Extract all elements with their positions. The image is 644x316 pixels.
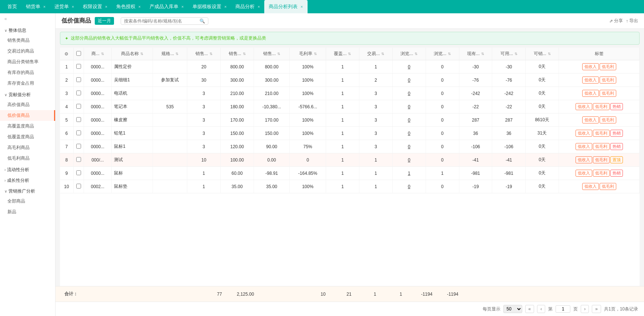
sidebar-item-low-margin[interactable]: 低毛利商品 [0,153,55,164]
browse1-link[interactable]: 0 [408,104,410,109]
th-sales-avg[interactable]: 销售...⇅ [254,48,290,60]
nav-role[interactable]: 角色授权 × [112,0,145,13]
nav-close-goods-list[interactable]: × [301,4,303,9]
browse1-link[interactable]: 0 [408,184,410,189]
row-checkbox[interactable] [76,64,81,69]
row-checkbox-cell[interactable] [73,180,84,193]
sidebar-item-high-margin[interactable]: 高毛利商品 [0,142,55,153]
row-checkbox[interactable] [76,184,81,188]
row-checkbox[interactable] [76,91,81,95]
browse1-link[interactable]: 1 [408,171,410,176]
sidebar-item-stocked-goods[interactable]: 有库存的商品 [0,67,55,78]
nav-close-sales[interactable]: × [43,4,46,9]
sidebar-item-high-value[interactable]: 高价值商品 [0,99,55,110]
th-settings[interactable]: ⚙ [60,48,73,60]
sidebar-item-category-rate[interactable]: 商品分类销售率 [0,57,55,67]
sidebar-item-all-goods[interactable]: 全部商品 [0,196,55,207]
tag-热销: 热销 [610,170,623,177]
last-page-btn[interactable]: » [592,305,601,313]
sidebar-item-low-value[interactable]: 低价值商品 [0,110,55,121]
row-checkbox-cell[interactable] [73,87,84,100]
sidebar-item-new-goods[interactable]: 新品 [0,207,55,217]
th-spec[interactable]: 规格...⇅ [153,48,187,60]
sidebar-item-inventory-funds[interactable]: 库存资金占用 [0,78,55,89]
prev-page-btn[interactable]: ‹ [537,305,545,313]
row-checkbox[interactable] [76,77,81,82]
row-checkbox[interactable] [76,170,81,175]
row-checkbox-cell[interactable] [73,167,84,180]
first-page-btn[interactable]: « [525,305,534,313]
sidebar-section-title-marketing[interactable]: ∨ 营销推广分析 [0,185,55,196]
row-checkbox-cell[interactable] [73,127,84,140]
th-sales-qty[interactable]: 销售...⇅ [187,48,221,60]
time-tag-btn[interactable]: 近一月 [95,17,114,25]
nav-close-template[interactable]: × [224,4,227,9]
sidebar-section-title-growth[interactable]: › 成长性分析 [0,174,55,185]
row-checkbox[interactable] [76,130,81,135]
sidebar-item-traded-goods[interactable]: 交易过的商品 [0,46,55,57]
browse1-link[interactable]: 0 [408,91,410,96]
th-browse1[interactable]: 浏览...⇅ [392,48,426,60]
browse1-link[interactable]: 0 [408,78,410,83]
row-checkbox[interactable] [76,117,81,122]
search-icon[interactable]: 🔍 [199,18,205,24]
sidebar-item-high-coverage[interactable]: 高覆盖度商品 [0,121,55,132]
th-sales-amount[interactable]: 销售...⇅ [221,48,254,60]
sidebar-collapse-btn[interactable]: « [0,13,55,24]
th-current-stock[interactable]: 现有...⇅ [459,48,492,60]
th-coverage[interactable]: 覆盖...⇅ [326,48,359,60]
page-size-select[interactable]: 50 100 200 [503,305,522,313]
nav-home[interactable]: 首页 [3,0,21,13]
row-code: 0000... [84,113,112,127]
row-checkbox-cell[interactable] [73,100,84,113]
nav-sales[interactable]: 销货单 × [21,0,50,13]
browse1-link[interactable]: 0 [408,144,410,149]
nav-close-goods-analysis[interactable]: × [258,4,260,9]
row-checkbox[interactable] [76,104,81,109]
nav-product-stock[interactable]: 产成品入库单 × [145,0,188,13]
sidebar-item-low-coverage[interactable]: 低覆盖度商品 [0,132,55,142]
row-checkbox[interactable] [76,144,81,149]
th-available[interactable]: 可用...⇅ [492,48,526,60]
export-btn[interactable]: ↑ 导出 [626,18,638,24]
sidebar-item-sales-goods[interactable]: 销售类商品 [0,35,55,46]
row-checkbox-cell[interactable] [73,140,84,153]
th-transactions[interactable]: 交易...⇅ [359,48,392,60]
nav-template[interactable]: 单据模板设置 × [188,0,231,13]
browse1-link[interactable]: 0 [408,131,410,136]
sidebar-section-title-liquidity[interactable]: › 流动性分析 [0,164,55,174]
th-code[interactable]: 商...⇅ [84,48,112,60]
row-transactions: 3 [359,127,392,140]
nav-close-role[interactable]: × [138,4,141,9]
nav-goods-analysis[interactable]: 商品分析 × [231,0,264,13]
nav-permission[interactable]: 权限设置 × [78,0,112,13]
row-checkbox-cell[interactable] [73,60,84,74]
row-checkbox[interactable] [76,157,81,162]
search-input[interactable] [124,18,198,24]
th-checkbox[interactable] [73,48,84,60]
sidebar-section-title-contribution[interactable]: ∨ 贡献值分析 [0,89,55,99]
th-name[interactable]: 商品名称⇅ [112,48,153,60]
row-checkbox-cell[interactable] [73,153,84,167]
browse1-link[interactable]: 0 [408,64,410,69]
select-all-checkbox[interactable] [76,51,81,56]
share-btn[interactable]: ⇗ 分享 [609,18,623,24]
nav-goods-list[interactable]: 商品分析列表 × [264,0,307,13]
th-browse2[interactable]: 浏览...⇅ [426,48,459,60]
nav-close-product-stock[interactable]: × [181,4,184,9]
browse1-link[interactable]: 0 [408,118,410,123]
sidebar-section-growth: › 成长性分析 [0,174,55,185]
next-page-btn[interactable]: › [581,305,589,313]
nav-purchase[interactable]: 进货单 × [50,0,78,13]
page-input[interactable] [556,305,570,313]
row-checkbox-cell[interactable] [73,113,84,127]
th-gross-margin[interactable]: 毛利率⇅ [290,48,326,60]
browse1-link[interactable]: 0 [408,157,410,163]
settings-icon[interactable]: ⚙ [64,51,68,57]
table-container[interactable]: ⚙ 商...⇅ 商品名称⇅ 规格...⇅ 销售...⇅ 销售...⇅ 销售...… [60,48,640,286]
nav-close-purchase[interactable]: × [72,4,74,9]
th-saleable[interactable]: 可销...⇅ [526,48,559,60]
sidebar-section-title-overview[interactable]: ∨ 整体信息 [0,24,55,35]
row-checkbox-cell[interactable] [73,74,84,87]
nav-close-permission[interactable]: × [105,4,107,9]
